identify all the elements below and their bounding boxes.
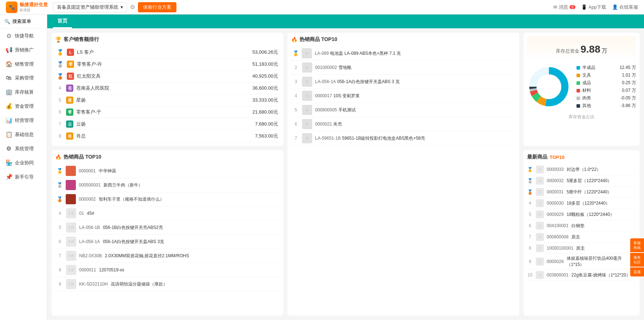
new-product-name: 18多层（1220*2440） — [567, 200, 636, 206]
hot-product-thumb: G — [302, 105, 312, 115]
new-product-code: 10000100001 — [547, 246, 573, 251]
top10-product-row: 7 无图 NB2.0X30B 2.0X30MM双搓花轴,搓花直径2.1MM/RO… — [55, 249, 280, 263]
live-float[interactable]: 直播 — [630, 267, 644, 276]
message-badge: 6 — [570, 5, 575, 9]
legend-item: 其他 -3.86 万 — [576, 102, 636, 110]
rank-number: 4 — [57, 86, 63, 91]
customer-ranking-list: 🥇 L LS 客户 53,006.26元 🥈 零 零售客户-许 51,183.0… — [55, 46, 280, 142]
new-products-title: 最新商品 TOP10 — [527, 154, 636, 160]
hot-product-row: 6 G 0000021 夹壳 — [291, 117, 515, 131]
new-product-name: 5厘多层（1220*2440） — [567, 178, 636, 184]
customer-service-float[interactable]: 客服热线 — [630, 238, 644, 252]
customer-ranking-title: 🏆 客户销售额排行 — [55, 36, 280, 43]
customer-avatar: 云 — [66, 120, 73, 128]
hot-product-name: 手机测试 — [338, 107, 356, 112]
sidebar-item-nav[interactable]: ⊙ 快捷导航 — [0, 29, 47, 43]
message-button[interactable]: ✉ 消息 6 — [553, 4, 575, 11]
customer-name: 红太阳文具 — [77, 73, 249, 79]
legend-color — [576, 74, 580, 77]
product-name: 12070519-xs — [99, 267, 278, 272]
hot-product-code: 000800005 — [315, 107, 337, 112]
new-product-icon: G — [536, 222, 544, 230]
customer-name: 肖总 — [76, 133, 252, 139]
hot-product-info: LA-59651-1B 59651-1B旋转投影灯电池盒ABS黑色+58壳 — [315, 135, 514, 141]
new-product-code: 0000030 — [547, 201, 564, 206]
rank-number: 7 — [57, 122, 63, 127]
sidebar-item-purchase[interactable]: 🛍 采购管理 — [0, 71, 47, 85]
rank-num: 4 — [293, 93, 299, 98]
sidebar-item-basic[interactable]: 📋 基础信息 — [0, 127, 47, 141]
new-rank-num: 5 — [527, 212, 533, 217]
sales-products-card: 🔥 热销商品 TOP10 🥇 G LA-089 电池盖 LA-089 ABS本色… — [288, 33, 519, 316]
new-product-name: 原圭 — [571, 234, 636, 240]
hot-product-code: 0000021 — [315, 122, 332, 127]
top10-product-row: 8 无图 0000011 12070519-xs — [55, 263, 280, 277]
customer-name: 星扬 — [76, 97, 249, 103]
gold-medal-icon: 🥇 — [293, 50, 299, 56]
legend-color — [576, 81, 580, 85]
new-product-row: 7 G 000800008 原圭 — [527, 231, 636, 243]
product-name: 新西兰牛肉（新牛） — [103, 182, 278, 188]
customer-rank-row: 🥈 零 零售客户-许 51,183.00元 — [55, 58, 280, 70]
customer-ranking-card: 🏆 客户销售额排行 🥇 L LS 客户 53,006.26元 🥈 零 零售客户-… — [52, 33, 283, 146]
finance-icon: 💰 — [5, 103, 12, 110]
customer-rank-row: 5 星 星扬 33,333.00元 — [55, 94, 280, 106]
product-thumbnail: 无图 — [66, 265, 76, 275]
legend-item: 半成品 12.45 万 — [576, 64, 636, 71]
rank-number: 5 — [57, 98, 63, 103]
hot-product-info: LA-089 电池盖 LA-089 ABS本色+黑种 7.1 克 — [315, 50, 514, 57]
sidebar-item-sales[interactable]: 🏠 销售管理 — [0, 57, 47, 71]
inventory-label: 库存核算 — [15, 89, 34, 95]
rank-num: 2 — [293, 65, 299, 70]
home-tab[interactable]: 首页 — [53, 15, 72, 28]
product-code: LA-056-1B — [79, 225, 100, 230]
community-float[interactable]: 服务社区 — [630, 253, 644, 267]
top10-products-title: 🔥 热销商品 TOP10 — [55, 154, 280, 160]
sidebar-item-marketing[interactable]: 📢 营销推广 — [0, 43, 47, 57]
guide-icon: 📌 — [5, 173, 12, 180]
hot-product-thumb: G — [302, 62, 312, 73]
hot-product-row: 7 G LA-59651-1B 59651-1B旋转投影灯电池盒ABS黑色+58… — [291, 131, 515, 145]
new-product-icon: G — [536, 258, 544, 266]
hot-icon: 🔥 — [291, 37, 297, 42]
purchase-label: 采购管理 — [15, 75, 34, 81]
inventory-chart-area: 半成品 12.45 万 文具 1.01 万 成品 0.25 万 材料 0.07 … — [527, 61, 636, 112]
enterprise-label: 企业协同 — [15, 160, 34, 166]
logo-main: 畅捷通好生意 — [20, 2, 48, 8]
hot-product-name: 雪地靴 — [338, 65, 351, 70]
legend-color — [576, 104, 580, 108]
product-thumbnail: 无图 — [66, 251, 76, 261]
hot-product-name: 电池盖 LA-089 ABS本色+黑种 7.1 克 — [330, 51, 401, 56]
sidebar-item-inventory[interactable]: 🏢 库存核算 — [0, 85, 47, 99]
hot-product-info: 000800005 手机测试 — [315, 107, 514, 113]
customer-avatar: 零 — [66, 108, 73, 116]
sidebar-item-finance[interactable]: 💰 资金管理 — [0, 99, 47, 113]
system-label: 系统管理 — [15, 145, 34, 152]
customer-name: 零售客户-于 — [76, 109, 249, 115]
top10-product-row: 5 无图 LA-056-1B 056-1B白色按键开关壳ABS2壳 — [55, 221, 280, 235]
trial-button[interactable]: 体验行业方案 — [138, 2, 176, 12]
topbar: 🐾 畅捷通好生意 标准版 装备及固定资产辅助管理系统 ▾ ⚙ 体验行业方案 ✉ … — [0, 0, 644, 15]
rank-num: 4 — [57, 211, 63, 216]
gear-icon[interactable]: ⚙ — [130, 4, 135, 11]
customer-service-button[interactable]: 👤 在线客服 — [612, 4, 638, 11]
rank-num: 7 — [57, 253, 63, 258]
sidebar-item-system[interactable]: ⚙ 系统管理 — [0, 141, 47, 156]
customer-amount: 7,680.00元 — [255, 121, 278, 127]
guide-label: 新手引导 — [15, 174, 34, 180]
app-download-button[interactable]: 📱 App下载 — [581, 4, 606, 11]
sidebar-item-operation[interactable]: 📊 经营管理 — [0, 113, 47, 127]
search-menu[interactable]: 🔍 搜索菜单 — [0, 15, 47, 29]
inventory-legend: 半成品 12.45 万 文具 1.01 万 成品 0.25 万 材料 0.07 … — [576, 64, 636, 110]
sidebar-item-enterprise[interactable]: 🏪 企业协同 — [0, 156, 47, 170]
customer-avatar: 肖 — [66, 132, 73, 140]
purchase-icon: 🛍 — [5, 75, 12, 81]
new-product-code: 000800008 — [547, 234, 568, 239]
new-product-code: 0000031 — [547, 189, 564, 194]
product-name: 056-1A白色按键开关盖ABS 3克 — [103, 239, 278, 245]
system-name[interactable]: 装备及固定资产辅助管理系统 ▾ — [53, 2, 127, 12]
sidebar-item-guide[interactable]: 📌 新手引导 — [0, 170, 47, 184]
hot-product-info: 001000002 雪地靴 — [315, 65, 514, 71]
new-product-row: 🥇 G 0000033 封边带（1.0*22） — [527, 164, 636, 175]
new-rank-num: 8 — [527, 246, 533, 251]
